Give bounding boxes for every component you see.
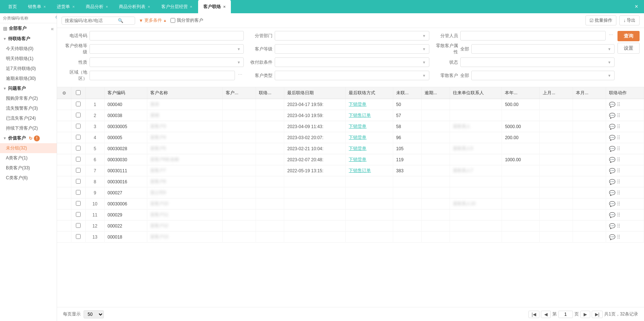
- region-select[interactable]: [89, 71, 235, 80]
- tab-customer-contact-close[interactable]: ×: [223, 4, 225, 9]
- cell-last-contact-method[interactable]: [346, 209, 393, 221]
- tab-sales-close[interactable]: ×: [43, 4, 46, 9]
- search-input[interactable]: [65, 18, 116, 23]
- row-checkbox[interactable]: [76, 190, 81, 195]
- sidebar-item-lost[interactable]: 已流失客户(24): [0, 113, 57, 123]
- more-action-icon[interactable]: ⠿: [617, 113, 620, 119]
- th-this-month[interactable]: 本月...: [573, 87, 606, 99]
- contact-icon[interactable]: 💬: [609, 124, 615, 130]
- cell-last-contact-method[interactable]: 下销货单: [346, 143, 393, 154]
- sidebar-item-warning[interactable]: 流失预警客户(3): [0, 103, 57, 113]
- sidebar-item-abnormal[interactable]: 囤购异常客户(2): [0, 94, 57, 103]
- sidebar-search-input[interactable]: [3, 16, 54, 20]
- row-checkbox[interactable]: [76, 179, 81, 184]
- sidebar-all-customers[interactable]: ⊞ 全部客户 «: [0, 23, 57, 34]
- sidebar-collapse-icon[interactable]: «: [51, 26, 54, 32]
- payment-select[interactable]: ▼: [275, 57, 429, 67]
- tab-analysis[interactable]: 商品分析 ×: [81, 0, 113, 13]
- row-checkbox[interactable]: [76, 146, 81, 151]
- cell-checkbox[interactable]: [71, 99, 86, 110]
- next-page-button[interactable]: ▶: [580, 311, 590, 318]
- nature-select[interactable]: ▼: [89, 57, 244, 67]
- sidebar-item-ungroup[interactable]: 未分组(32): [0, 143, 57, 153]
- batch-operation-button[interactable]: ☑ 批量操作: [585, 15, 616, 25]
- tab-analysis-list[interactable]: 商品分析列表 ×: [114, 0, 155, 13]
- cell-checkbox[interactable]: [71, 143, 86, 154]
- row-checkbox[interactable]: [76, 168, 81, 173]
- sidebar-group-problem[interactable]: ▼ 问题客户: [0, 84, 57, 94]
- cell-checkbox[interactable]: [71, 198, 86, 209]
- th-not-contacted[interactable]: 未联...: [393, 87, 421, 99]
- export-button[interactable]: ↓ 导出: [619, 15, 640, 25]
- th-this-year[interactable]: 本年...: [502, 87, 540, 99]
- cell-last-contact-method[interactable]: [346, 221, 393, 232]
- contact-icon[interactable]: 💬: [609, 157, 615, 163]
- cell-last-contact-method[interactable]: 下销售订单: [346, 165, 393, 176]
- sidebar-item-7days[interactable]: 近7天待联络(0): [0, 64, 57, 74]
- row-checkbox[interactable]: [76, 212, 81, 217]
- tab-customer-segment-close[interactable]: ×: [190, 4, 192, 9]
- customer-level-select[interactable]: ▼: [275, 44, 429, 54]
- tab-analysis-close[interactable]: ×: [106, 4, 108, 9]
- more-action-icon[interactable]: ⠿: [617, 168, 620, 174]
- tab-home[interactable]: 首页: [3, 0, 22, 13]
- sidebar-item-declining[interactable]: 持续下滑客户(2): [0, 123, 57, 133]
- person-more-icon[interactable]: …: [607, 31, 615, 40]
- more-action-icon[interactable]: ⠿: [617, 212, 620, 218]
- region-more-icon[interactable]: …: [236, 71, 244, 80]
- first-page-button[interactable]: |◀: [528, 311, 539, 318]
- sidebar-group-pending[interactable]: ▼ 待联络客户: [0, 34, 57, 44]
- th-checkbox[interactable]: [71, 87, 86, 99]
- tab-analysis-list-close[interactable]: ×: [148, 4, 150, 9]
- contact-icon[interactable]: 💬: [609, 102, 615, 107]
- reset-button[interactable]: 设置: [617, 43, 640, 54]
- cell-checkbox[interactable]: [71, 165, 86, 176]
- dept-select[interactable]: ▼: [275, 31, 429, 40]
- th-name[interactable]: 客户名称: [147, 87, 223, 99]
- th-last-contact-method[interactable]: 最后联络方式: [346, 87, 393, 99]
- cell-last-contact-method[interactable]: 下销货单: [346, 154, 393, 165]
- settings-gear-icon[interactable]: ⚙: [62, 91, 66, 96]
- contact-icon[interactable]: 💬: [609, 146, 615, 152]
- customer-type-select[interactable]: ▼: [275, 71, 429, 80]
- contact-icon[interactable]: 💬: [609, 201, 615, 207]
- th-unit-contact[interactable]: 往来单位联系人: [450, 87, 502, 99]
- th-settings[interactable]: ⚙: [57, 87, 71, 99]
- sidebar-item-today[interactable]: 今天待联络(0): [0, 44, 57, 54]
- cell-checkbox[interactable]: [71, 121, 86, 132]
- status-select[interactable]: ▼: [460, 57, 615, 67]
- th-contact[interactable]: 联络...: [256, 87, 284, 99]
- th-last-month[interactable]: 上月...: [540, 87, 573, 99]
- th-code[interactable]: 客户编码: [104, 87, 147, 99]
- cell-checkbox[interactable]: [71, 154, 86, 165]
- row-checkbox[interactable]: [76, 135, 81, 140]
- row-checkbox[interactable]: [76, 157, 81, 162]
- cell-last-contact-method[interactable]: [346, 232, 393, 243]
- my-customers-check[interactable]: [170, 18, 175, 23]
- tab-purchase[interactable]: 进货单 ×: [52, 0, 80, 13]
- search-icon[interactable]: 🔍: [118, 18, 123, 23]
- more-action-icon[interactable]: ⠿: [617, 223, 620, 229]
- th-type[interactable]: 客户...: [223, 87, 256, 99]
- contact-icon[interactable]: 💬: [609, 135, 615, 141]
- th-last-contact-date[interactable]: 最后联络日期: [284, 87, 346, 99]
- cell-checkbox[interactable]: [71, 232, 86, 243]
- refresh-icon[interactable]: ↻: [29, 136, 32, 141]
- row-checkbox[interactable]: [76, 234, 81, 239]
- sidebar-item-a-class[interactable]: A类客户(1): [0, 153, 57, 163]
- row-checkbox[interactable]: [76, 223, 81, 228]
- cell-last-contact-method[interactable]: [346, 187, 393, 198]
- per-page-select[interactable]: 50 100 200: [84, 310, 104, 318]
- tab-customer-segment[interactable]: 客户分层经营 ×: [156, 0, 197, 13]
- contact-icon[interactable]: 💬: [609, 223, 615, 229]
- contact-icon[interactable]: 💬: [609, 190, 615, 196]
- price-level-select[interactable]: ▼: [89, 44, 244, 54]
- more-action-icon[interactable]: ⠿: [617, 179, 620, 185]
- contact-icon[interactable]: 💬: [609, 179, 615, 185]
- more-action-icon[interactable]: ⠿: [617, 146, 620, 152]
- tab-purchase-close[interactable]: ×: [72, 4, 74, 9]
- close-all-button[interactable]: ×: [632, 2, 641, 11]
- more-action-icon[interactable]: ⠿: [617, 201, 620, 207]
- person-select[interactable]: [460, 31, 606, 40]
- row-checkbox[interactable]: [76, 113, 81, 117]
